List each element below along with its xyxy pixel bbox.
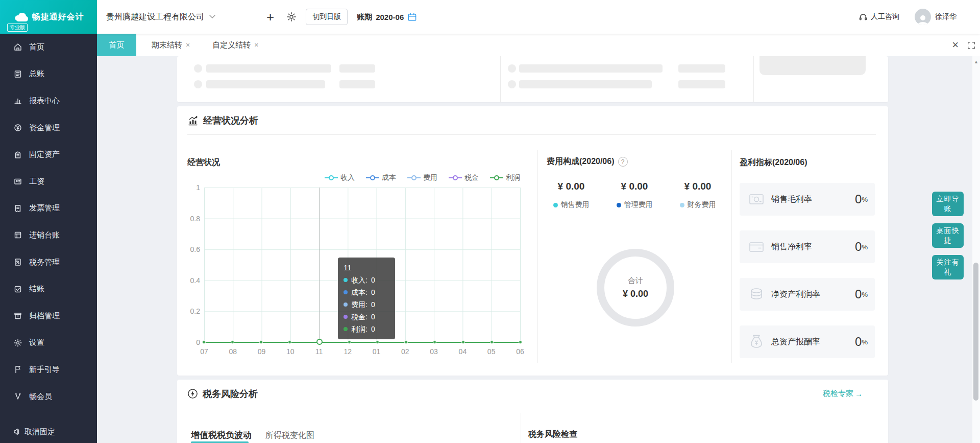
profit-unit: % bbox=[862, 243, 868, 251]
import-accounts-button[interactable]: 立即导账 bbox=[932, 192, 964, 216]
skeleton-bar bbox=[206, 80, 325, 88]
skeleton-card bbox=[177, 56, 888, 102]
calendar-icon[interactable] bbox=[407, 12, 417, 22]
tooltip-row: 利润:0 bbox=[344, 323, 389, 335]
tab-income-tax-change[interactable]: 所得税变化图 bbox=[265, 430, 314, 441]
settings-gear-icon[interactable] bbox=[286, 12, 297, 22]
legend-label: 收入 bbox=[340, 173, 355, 182]
tab-custom-transfer[interactable]: 自定义结转 × bbox=[205, 34, 265, 56]
tax-expert-link[interactable]: 税检专家 → bbox=[823, 389, 876, 399]
sidebar-item-label: 税务管理 bbox=[29, 258, 60, 267]
period-value: 2020-06 bbox=[376, 13, 404, 21]
column-divider bbox=[731, 150, 732, 363]
accounting-period[interactable]: 账期 2020-06 bbox=[357, 12, 417, 22]
expense-legend: 管理费用 bbox=[617, 200, 653, 209]
profit-value: 0 bbox=[855, 287, 862, 301]
sidebar-item-tax-management[interactable]: 税务管理 bbox=[0, 249, 97, 276]
follow-gift-button[interactable]: 关注有礼 bbox=[932, 255, 964, 279]
tab-home[interactable]: 首页 bbox=[97, 34, 136, 56]
tax-risk-card: 税务风险分析 税检专家 → 增值税税负波动 所得税变化图 税务风险检查 bbox=[177, 380, 888, 443]
username[interactable]: 徐泽华 bbox=[935, 12, 957, 21]
scrollbar[interactable]: ▲ bbox=[972, 56, 980, 443]
scrollbar-thumb[interactable] bbox=[973, 263, 978, 401]
legend-icon bbox=[490, 175, 503, 180]
sidebar-item-archive-management[interactable]: 归档管理 bbox=[0, 302, 97, 330]
sidebar-item-label: 固定资产 bbox=[29, 150, 60, 159]
sidebar-item-label: 资金管理 bbox=[29, 123, 60, 133]
tab-period-end-transfer[interactable]: 期末结转 × bbox=[144, 34, 197, 56]
company-selector[interactable]: 贵州腾越建设工程有限公司 bbox=[106, 12, 215, 22]
tab-label: 首页 bbox=[109, 40, 125, 50]
sidebar-item-beginner-guide[interactable]: 新手引导 bbox=[0, 356, 97, 383]
legend-icon bbox=[449, 175, 462, 180]
sidebar-item-fixed-assets[interactable]: 固定资产 bbox=[0, 141, 97, 168]
fullscreen-icon[interactable] bbox=[967, 41, 975, 49]
close-all-icon[interactable]: × bbox=[952, 39, 959, 51]
brand-logo[interactable]: 畅捷通好会计 专业版 bbox=[0, 0, 97, 34]
sidebar-item-report-center[interactable]: 报表中心 bbox=[0, 87, 97, 114]
legend-item-tax[interactable]: 税金 bbox=[449, 173, 479, 182]
tax-card-title: 税务风险分析 bbox=[203, 388, 258, 400]
sidebar-item-label: 工资 bbox=[29, 177, 44, 186]
legend-item-cost[interactable]: 成本 bbox=[366, 173, 396, 182]
check-square-icon bbox=[13, 285, 22, 294]
legend-item-income[interactable]: 收入 bbox=[325, 173, 355, 182]
tooltip-row: 成本:0 bbox=[344, 286, 389, 298]
skeleton-bar bbox=[678, 64, 725, 73]
tab-vat-burden[interactable]: 增值税税负波动 bbox=[191, 429, 252, 441]
sidebar-item-label: 进销台账 bbox=[29, 230, 60, 240]
skeleton-bar bbox=[519, 80, 652, 88]
tab-bar: 首页 期末结转 × 自定义结转 × × bbox=[97, 34, 980, 56]
skeleton-bar bbox=[339, 64, 375, 73]
unpin-sidebar-button[interactable]: 取消固定 bbox=[0, 421, 97, 443]
legend-item-profit[interactable]: 利润 bbox=[490, 173, 520, 182]
desktop-shortcut-button[interactable]: 桌面快捷 bbox=[932, 223, 964, 248]
top-header: 畅捷通好会计 专业版 贵州腾越建设工程有限公司 + 切到日版 账期 2020-0… bbox=[0, 0, 980, 34]
skeleton-block bbox=[760, 56, 866, 75]
hover-axis-line bbox=[319, 188, 320, 342]
column-divider bbox=[537, 150, 538, 363]
skeleton-dot bbox=[508, 64, 516, 73]
sidebar-item-settings[interactable]: 设置 bbox=[0, 330, 97, 357]
avatar[interactable] bbox=[915, 9, 931, 25]
expense-item-admin: ¥ 0.00 管理费用 bbox=[617, 181, 653, 209]
sidebar-item-purchase-sales-ledger[interactable]: 进销台账 bbox=[0, 222, 97, 249]
sidebar-item-general-ledger[interactable]: 总账 bbox=[0, 61, 97, 88]
chevron-down-icon bbox=[209, 15, 215, 19]
gear-icon bbox=[13, 338, 22, 347]
profit-value: 0 bbox=[855, 240, 862, 254]
support-link[interactable]: 人工咨询 bbox=[859, 12, 899, 21]
close-icon[interactable]: × bbox=[254, 41, 258, 49]
profit-label: 销售毛利率 bbox=[771, 194, 812, 205]
analysis-chart-icon bbox=[187, 115, 199, 126]
help-icon[interactable]: ? bbox=[618, 157, 628, 167]
tax-risk-check-title: 税务风险检查 bbox=[528, 429, 577, 440]
expense-item-sales: ¥ 0.00 销售费用 bbox=[553, 181, 590, 209]
table-icon bbox=[13, 230, 22, 240]
legend-item-expense[interactable]: 费用 bbox=[407, 173, 437, 182]
tab-label: 自定义结转 bbox=[212, 40, 251, 50]
tab-label: 期末结转 bbox=[152, 40, 182, 50]
close-icon[interactable]: × bbox=[186, 41, 190, 49]
donut-center: 合计 ¥ 0.00 bbox=[597, 249, 674, 327]
archive-box-icon bbox=[13, 311, 22, 320]
sidebar-item-invoice-management[interactable]: 发票管理 bbox=[0, 195, 97, 222]
period-label: 账期 bbox=[357, 12, 372, 22]
chart-section-title: 经营状况 bbox=[187, 157, 220, 168]
tax-expert-label: 税检专家 bbox=[823, 389, 853, 399]
flag-icon bbox=[13, 365, 22, 374]
sidebar-item-funds-management[interactable]: 资金管理 bbox=[0, 114, 97, 142]
switch-version-button[interactable]: 切到日版 bbox=[306, 9, 348, 25]
sidebar-item-closing[interactable]: 结账 bbox=[0, 275, 97, 302]
profit-indicator-roa: 总资产报酬率 0 % bbox=[740, 325, 875, 358]
tooltip-row: 税金:0 bbox=[344, 311, 389, 323]
brand-edition-badge: 专业版 bbox=[7, 24, 28, 32]
scroll-up-arrow[interactable]: ▲ bbox=[972, 59, 980, 64]
sidebar-item-home[interactable]: 首页 bbox=[0, 34, 97, 61]
add-button[interactable]: + bbox=[266, 12, 274, 22]
sidebar-item-payroll[interactable]: 工资 bbox=[0, 168, 97, 195]
skeleton-bar bbox=[678, 80, 725, 88]
profit-unit: % bbox=[862, 338, 868, 346]
sidebar-item-membership[interactable]: 畅会员 bbox=[0, 383, 97, 410]
tooltip-row: 收入:0 bbox=[344, 274, 389, 286]
